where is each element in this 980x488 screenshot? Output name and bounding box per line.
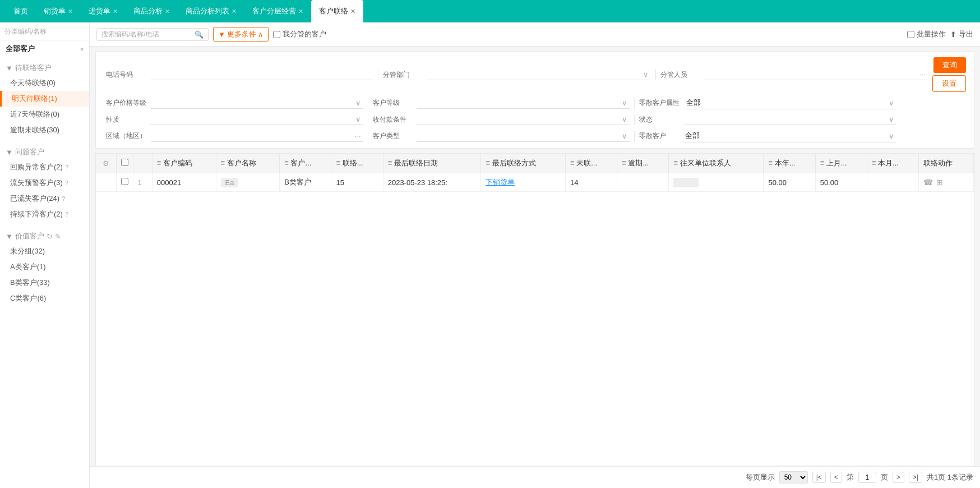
- filter-panel: 电话号码 分管部门 ∨ 分管人员 ···: [95, 51, 974, 149]
- export-btn[interactable]: ⬆ 导出: [950, 29, 973, 39]
- sidebar-item-ungrouped[interactable]: 未分组(32): [0, 243, 89, 259]
- top-navigation: 首页 销货单 ✕ 进货单 ✕ 商品分析 ✕ 商品分析列表 ✕ 客户分层经营 ✕ …: [0, 0, 980, 22]
- nav-home[interactable]: 首页: [6, 0, 36, 22]
- nav-sales[interactable]: 销货单 ✕: [36, 0, 81, 22]
- sidebar-item-class-a[interactable]: A类客户(1): [0, 259, 89, 275]
- sidebar-item-repurchase-abnormal[interactable]: 回购异常客户(2) ?: [0, 159, 89, 175]
- th-index: [133, 154, 152, 173]
- nav-customer-layer-close[interactable]: ✕: [298, 8, 303, 15]
- filter-retail-attr-arrow: ∨: [889, 99, 894, 107]
- sidebar-item-declining[interactable]: 持续下滑客户(2) ?: [0, 206, 89, 222]
- filter-retail-customer-select[interactable]: 全部 ∨: [683, 130, 896, 142]
- sidebar-group-value-title: ▼ 价值客户 ↻ ✎: [0, 229, 89, 243]
- td-last-month: 50.00: [815, 173, 867, 192]
- value-group-edit-icon[interactable]: ✎: [55, 232, 61, 241]
- filter-icon: ▼: [218, 30, 225, 39]
- sidebar-item-churn-warning[interactable]: 流失预警客户(3) ?: [0, 175, 89, 191]
- prev-page-btn[interactable]: <: [830, 472, 842, 483]
- query-btn[interactable]: 查询: [933, 57, 966, 73]
- sidebar-item-today[interactable]: 今天待联络(0): [0, 75, 89, 91]
- nav-customer-layer[interactable]: 客户分层经营 ✕: [244, 0, 311, 22]
- th-not-contact: ≡ 未联...: [566, 154, 617, 173]
- pending-group-label: 待联络客户: [15, 63, 52, 73]
- sidebar-item-class-c[interactable]: C类客户(6): [0, 291, 89, 306]
- nav-customer-contact-close[interactable]: ✕: [350, 8, 355, 15]
- select-all-check[interactable]: [121, 159, 128, 166]
- nav-product-analysis-close[interactable]: ✕: [165, 8, 170, 15]
- sidebar-search-input[interactable]: [4, 27, 89, 35]
- value-group-refresh-icon[interactable]: ↻: [47, 232, 53, 241]
- td-index: 1: [133, 173, 152, 192]
- filter-customer-level-select[interactable]: ∨: [417, 98, 630, 109]
- filter-nature-select[interactable]: ∨: [150, 114, 363, 125]
- filter-region-select[interactable]: ···: [151, 131, 363, 142]
- nav-sales-close[interactable]: ✕: [68, 8, 73, 15]
- filter-payment-terms-select[interactable]: ∨: [417, 114, 630, 125]
- nav-purchase-close[interactable]: ✕: [113, 8, 118, 15]
- th-check: [116, 154, 133, 173]
- td-name: Ea: [216, 173, 280, 192]
- per-page-select[interactable]: 50 100 200: [779, 471, 808, 484]
- batch-label: 批量操作: [917, 29, 946, 39]
- column-settings-icon[interactable]: ⚙: [103, 159, 109, 168]
- filter-person: 分管人员 ···: [656, 69, 932, 80]
- nav-product-analysis[interactable]: 商品分析 ✕: [126, 0, 178, 22]
- toolbar-search-icon[interactable]: 🔍: [195, 30, 204, 39]
- my-customers-check[interactable]: [273, 31, 280, 38]
- filter-phone-input[interactable]: [150, 70, 373, 80]
- sidebar-item-week[interactable]: 近7天待联络(0): [0, 107, 89, 122]
- sidebar-item-overdue[interactable]: 逾期未联络(30): [0, 122, 89, 138]
- data-table: ⚙ ≡ 客户编码 ≡ 客户名称: [95, 153, 974, 466]
- nav-product-analysis-list[interactable]: 商品分析列表 ✕: [178, 0, 244, 22]
- batch-check[interactable]: [907, 31, 914, 38]
- filter-price-level-select[interactable]: ∨: [151, 98, 363, 109]
- next-page-btn[interactable]: >: [893, 472, 904, 483]
- phone-action-icon[interactable]: ☎: [923, 178, 933, 187]
- sidebar-item-churned[interactable]: 已流失客户(24) ?: [0, 191, 89, 206]
- td-overdue: [617, 173, 669, 192]
- more-conditions-btn[interactable]: ▼ 更多条件 ∧: [213, 27, 269, 42]
- my-customers-checkbox[interactable]: 我分管的客户: [273, 29, 326, 39]
- sidebar-group-problem: ▼ 问题客户 回购异常客户(2) ? 流失预警客户(3) ? 已流失客户(24)…: [0, 141, 89, 225]
- filter-retail-customer: 零散客户 全部 ∨: [635, 130, 901, 142]
- filter-status-select[interactable]: ∨: [683, 114, 896, 125]
- th-contact-sort: ≡ 联络...: [336, 158, 378, 168]
- sidebar-collapse-icon[interactable]: «: [80, 45, 84, 52]
- toolbar-search-input[interactable]: [101, 30, 195, 38]
- settings-btn[interactable]: 设置: [932, 75, 966, 92]
- filter-person-select[interactable]: ···: [704, 69, 928, 80]
- th-last-month: ≡ 上月...: [815, 154, 867, 173]
- grid-action-icon[interactable]: ⊞: [936, 178, 943, 187]
- last-page-btn[interactable]: >|: [909, 472, 922, 483]
- sidebar-item-churn-warning-label: 流失预警客户(3): [10, 178, 63, 188]
- value-group-arrow: ▼: [6, 232, 13, 241]
- sidebar-item-class-b[interactable]: B类客户(33): [0, 275, 89, 291]
- filter-payment-terms-arrow: ∨: [622, 115, 627, 123]
- page-input[interactable]: [858, 472, 876, 483]
- th-last-method: ≡ 最后联络方式: [481, 154, 566, 173]
- batch-operation-btn[interactable]: 批量操作: [907, 29, 946, 39]
- nav-purchase[interactable]: 进货单 ✕: [81, 0, 126, 22]
- filter-region: 区域（地区） ···: [101, 131, 368, 142]
- filter-region-label: 区域（地区）: [106, 131, 146, 141]
- th-action: 联络动作: [919, 154, 974, 173]
- sidebar-item-ungrouped-label: 未分组(32): [10, 246, 45, 256]
- nav-customer-contact[interactable]: 客户联络 ✕: [311, 0, 363, 22]
- th-type-label: ≡ 客户...: [284, 158, 311, 168]
- sidebar-all-label: 全部客户: [6, 44, 35, 54]
- td-company-contact: [669, 173, 764, 192]
- th-name: ≡ 客户名称: [216, 154, 280, 173]
- filter-customer-type-select[interactable]: ∨: [417, 131, 630, 142]
- filter-retail-attr-select[interactable]: 全部 ∨: [684, 96, 896, 109]
- sidebar-item-tomorrow[interactable]: 明天待联络(1): [0, 91, 89, 107]
- first-page-btn[interactable]: |<: [812, 472, 826, 483]
- filter-status: 状态 ∨: [635, 114, 901, 125]
- filter-row-2: 客户价格等级 ∨ 客户等级 ∨ 零散客户属性: [101, 96, 968, 109]
- nav-product-analysis-list-close[interactable]: ✕: [232, 8, 237, 15]
- last-contact-method[interactable]: 下销货单: [486, 178, 515, 186]
- filter-dept-select[interactable]: ∨: [427, 69, 650, 80]
- row-check[interactable]: [121, 178, 128, 185]
- sidebar-all-customers[interactable]: 全部客户 «: [0, 40, 89, 57]
- th-this-year-label: ≡ 本年...: [768, 158, 795, 168]
- this-year-value: 50.00: [768, 178, 787, 187]
